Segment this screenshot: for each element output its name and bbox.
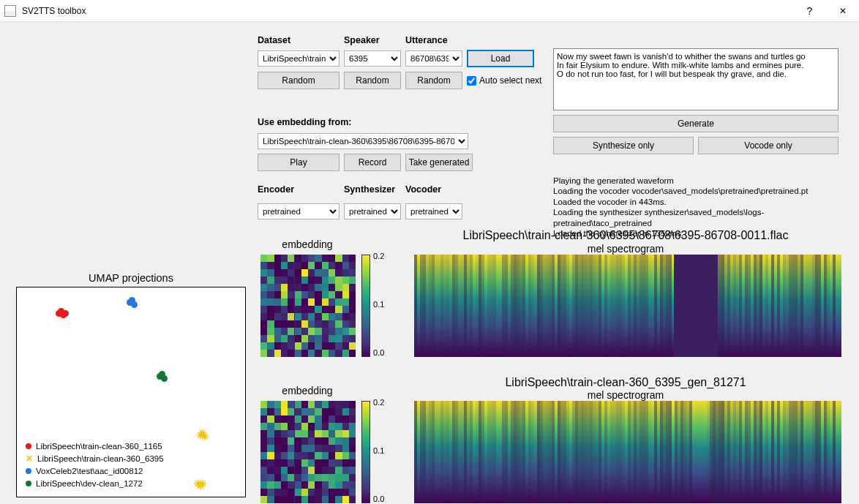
mel-spectrogram-label-1: mel spectrogram <box>410 243 841 255</box>
synthesizer-label: Synthesizer <box>344 184 401 195</box>
auto-select-next-wrapper[interactable]: Auto select next <box>467 75 541 86</box>
close-button[interactable]: ✕ <box>826 0 859 22</box>
generate-button[interactable]: Generate <box>553 115 839 132</box>
embedding-label-1: embedding <box>256 238 359 250</box>
embedding-label-2: embedding <box>256 385 359 396</box>
window-titlebar: SV2TTS toolbox ? ✕ <box>0 0 859 22</box>
random-utterance-button[interactable]: Random <box>405 72 462 89</box>
take-generated-button[interactable]: Take generated <box>405 154 473 171</box>
speaker-label: Speaker <box>344 35 401 45</box>
encoder-label: Encoder <box>258 184 340 195</box>
utterance-label: Utterance <box>405 35 462 45</box>
dataset-select[interactable]: LibriSpeech\train-cle <box>258 50 340 67</box>
text-input[interactable] <box>553 48 839 110</box>
umap-legend: LibriSpeech\train-clean-360_1165✕LibriSp… <box>21 437 168 492</box>
vocode-only-button[interactable]: Vocode only <box>698 137 839 154</box>
synthesize-only-button[interactable]: Synthesize only <box>553 137 694 154</box>
embedding-plot-original <box>260 255 356 357</box>
random-speaker-button[interactable]: Random <box>344 72 401 89</box>
colorbar-2 <box>361 401 370 503</box>
window-title: SV2TTS toolbox <box>22 6 793 16</box>
mel-spectrogram-label-2: mel spectrogram <box>410 389 841 401</box>
vocoder-select[interactable]: pretrained <box>405 203 462 219</box>
original-file-title: LibriSpeech\train-clean-360\6395\86708\6… <box>410 229 841 242</box>
load-button[interactable]: Load <box>467 50 534 67</box>
encoder-select[interactable]: pretrained <box>258 203 340 219</box>
random-dataset-button[interactable]: Random <box>258 72 340 89</box>
mel-spectrogram-generated <box>414 401 841 503</box>
auto-select-next-label: Auto select next <box>479 75 541 86</box>
mel-spectrogram-original <box>414 255 841 357</box>
app-icon <box>4 5 16 17</box>
umap-title: UMAP projections <box>16 272 246 284</box>
help-button[interactable]: ? <box>793 0 826 22</box>
use-embedding-from-label: Use embedding from: <box>258 117 473 127</box>
embedding-plot-generated <box>260 401 356 503</box>
auto-select-next-checkbox[interactable] <box>467 76 476 86</box>
dataset-label: Dataset <box>258 35 340 45</box>
umap-plot: LibriSpeech\train-clean-360_1165✕LibriSp… <box>16 287 246 497</box>
synthesizer-select[interactable]: pretrained <box>344 203 401 219</box>
generated-file-title: LibriSpeech\train-clean-360_6395_gen_812… <box>410 376 841 389</box>
record-button[interactable]: Record <box>344 154 401 171</box>
colorbar-1 <box>361 255 370 357</box>
play-button[interactable]: Play <box>258 154 340 171</box>
main-content: Dataset Speaker Utterance LibriSpeech\tr… <box>0 22 859 504</box>
utterance-select[interactable]: 86708\6395 <box>405 50 462 67</box>
embedding-from-select[interactable]: LibriSpeech\train-clean-360\6395\86708\6… <box>258 133 468 149</box>
vocoder-label: Vocoder <box>405 184 462 195</box>
speaker-select[interactable]: 6395 <box>344 50 401 67</box>
